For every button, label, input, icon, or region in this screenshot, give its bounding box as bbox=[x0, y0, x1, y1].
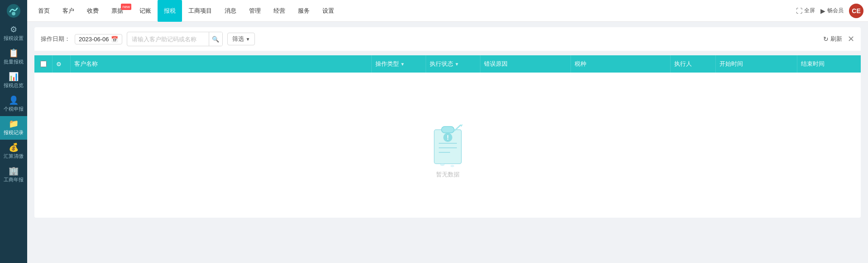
nav-operation[interactable]: 经营 bbox=[267, 0, 292, 22]
select-all-checkbox-container[interactable] bbox=[34, 55, 53, 73]
tax-overview-icon: 📊 bbox=[9, 73, 19, 81]
personal-tax-icon: 👤 bbox=[9, 96, 19, 104]
nav-business[interactable]: 工商项目 bbox=[182, 0, 218, 22]
svg-rect-3 bbox=[441, 127, 454, 133]
sidebar-item-batch-tax[interactable]: 📋 批量报税 bbox=[0, 45, 27, 69]
calendar-icon: 📅 bbox=[111, 36, 118, 43]
operation-type-column-header[interactable]: 操作类型 ▼ bbox=[372, 55, 426, 73]
empty-illustration: ! bbox=[425, 121, 470, 170]
date-label: 操作日期： bbox=[41, 35, 70, 43]
sidebar-item-batch-tax-label: 批量报税 bbox=[4, 58, 24, 65]
nav-message[interactable]: 消息 bbox=[218, 0, 243, 22]
empty-text: 暂无数据 bbox=[436, 170, 460, 179]
select-all-checkbox[interactable] bbox=[40, 61, 47, 67]
date-picker[interactable]: 2023-06-06 📅 bbox=[75, 34, 122, 44]
settings-column-icon: ⚙ bbox=[56, 61, 62, 68]
toolbar-row: 操作日期： 2023-06-06 📅 🔍 筛选 ▼ ↻ 刷新 bbox=[34, 27, 861, 51]
sidebar-item-personal-tax[interactable]: 👤 个税申报 bbox=[0, 93, 27, 116]
batch-tax-icon: 📋 bbox=[9, 49, 19, 57]
tax-type-column-header: 税种 bbox=[571, 55, 671, 73]
operation-type-sort-icon: ▼ bbox=[400, 62, 405, 67]
error-reason-column-header: 错误原因 bbox=[480, 55, 571, 73]
search-icon: 🔍 bbox=[212, 36, 219, 43]
empty-state: ! 暂无数据 bbox=[34, 73, 861, 218]
user-avatar[interactable]: CE bbox=[849, 4, 863, 18]
customer-name-column-header: 客户名称 bbox=[71, 55, 372, 73]
nav-collection[interactable]: 收费 bbox=[81, 0, 105, 22]
chevron-down-icon: ▼ bbox=[246, 37, 250, 42]
tax-record-icon: 📁 bbox=[9, 120, 19, 128]
tax-settings-icon: ⚙ bbox=[10, 25, 17, 34]
svg-point-12 bbox=[451, 165, 454, 167]
sidebar-item-annual-report-label: 工商年报 bbox=[4, 176, 24, 183]
close-button[interactable]: ✕ bbox=[848, 35, 854, 43]
exec-status-sort-icon: ▼ bbox=[455, 62, 459, 67]
svg-point-11 bbox=[440, 163, 445, 166]
sidebar-item-annual-report[interactable]: 🏢 工商年报 bbox=[0, 163, 27, 187]
svg-text:!: ! bbox=[446, 134, 449, 141]
nav-service[interactable]: 服务 bbox=[292, 0, 316, 22]
sidebar-item-tax-settings-label: 报税设置 bbox=[4, 35, 24, 42]
vip-icon: ▶ bbox=[820, 7, 825, 15]
nav-manage[interactable]: 管理 bbox=[243, 0, 267, 22]
new-badge: new bbox=[121, 4, 131, 10]
table-header: ⚙ 客户名称 操作类型 ▼ 执行状态 ▼ 错误原因 税种 bbox=[34, 55, 861, 73]
sidebar-item-remittance-label: 汇算清缴 bbox=[4, 153, 24, 160]
executor-column-header: 执行人 bbox=[671, 55, 716, 73]
topbar-right: ⛶ 全屏 ▶ 畅会员 CE bbox=[796, 4, 863, 18]
nav-home[interactable]: 首页 bbox=[32, 0, 56, 22]
app-logo[interactable] bbox=[0, 0, 27, 22]
sidebar-item-tax-overview[interactable]: 📊 报税总览 bbox=[0, 69, 27, 93]
end-time-column-header: 结束时间 bbox=[797, 55, 861, 73]
main-area: 首页 客户 收费 票据 new 记账 报税 工商项目 消息 bbox=[27, 0, 868, 263]
refresh-icon: ↻ bbox=[823, 35, 829, 43]
nav-settings[interactable]: 设置 bbox=[316, 0, 340, 22]
sidebar: ⚙ 报税设置 📋 批量报税 📊 报税总览 👤 个税申报 📁 报税记录 💰 汇算清… bbox=[0, 0, 27, 263]
sidebar-item-tax-record[interactable]: 📁 报税记录 bbox=[0, 116, 27, 140]
start-time-column-header: 开始时间 bbox=[716, 55, 797, 73]
sidebar-item-tax-settings[interactable]: ⚙ 报税设置 bbox=[0, 22, 27, 45]
sidebar-item-tax-overview-label: 报税总览 bbox=[4, 82, 24, 89]
exec-status-column-header[interactable]: 执行状态 ▼ bbox=[426, 55, 480, 73]
nav-invoice[interactable]: 票据 new bbox=[105, 0, 133, 22]
sidebar-item-personal-tax-label: 个税申报 bbox=[4, 106, 24, 112]
svg-point-0 bbox=[7, 4, 20, 18]
fullscreen-icon: ⛶ bbox=[796, 7, 802, 15]
sidebar-item-tax-record-label: 报税记录 bbox=[4, 129, 24, 136]
fullscreen-button[interactable]: ⛶ 全屏 bbox=[796, 7, 815, 15]
annual-report-icon: 🏢 bbox=[9, 167, 19, 175]
nav-bookkeeping[interactable]: 记账 bbox=[133, 0, 158, 22]
nav-bar: 首页 客户 收费 票据 new 记账 报税 工商项目 消息 bbox=[32, 0, 796, 22]
settings-column-header: ⚙ bbox=[53, 55, 71, 73]
search-box: 🔍 bbox=[127, 32, 223, 46]
vip-button[interactable]: ▶ 畅会员 bbox=[820, 7, 844, 15]
svg-point-1 bbox=[12, 12, 15, 15]
nav-tax[interactable]: 报税 bbox=[158, 0, 182, 22]
refresh-button[interactable]: ↻ 刷新 bbox=[823, 35, 842, 43]
toolbar-right: ↻ 刷新 ✕ bbox=[823, 35, 854, 43]
nav-customer[interactable]: 客户 bbox=[56, 0, 81, 22]
search-input[interactable] bbox=[127, 34, 209, 44]
data-table: ⚙ 客户名称 操作类型 ▼ 执行状态 ▼ 错误原因 税种 bbox=[34, 55, 861, 218]
search-button[interactable]: 🔍 bbox=[209, 32, 222, 46]
topbar: 首页 客户 收费 票据 new 记账 报税 工商项目 消息 bbox=[27, 0, 868, 22]
content-area: 操作日期： 2023-06-06 📅 🔍 筛选 ▼ ↻ 刷新 bbox=[27, 22, 868, 263]
sidebar-item-remittance[interactable]: 💰 汇算清缴 bbox=[0, 140, 27, 163]
remittance-icon: 💰 bbox=[9, 143, 19, 151]
filter-button[interactable]: 筛选 ▼ bbox=[227, 33, 255, 45]
